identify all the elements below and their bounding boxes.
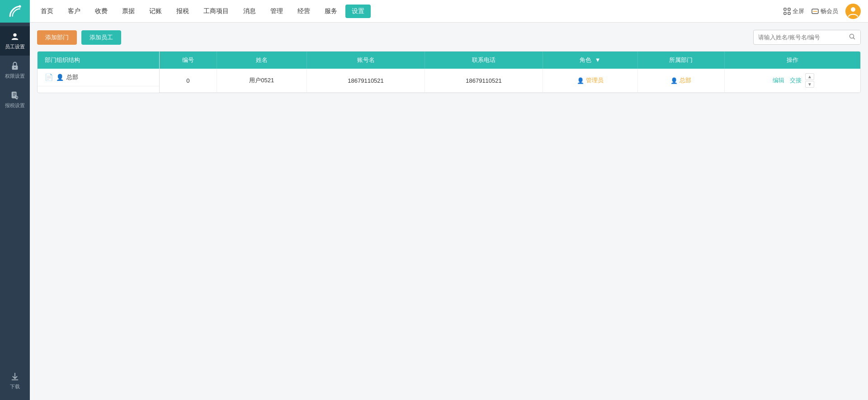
sidebar-item-employee[interactable]: 员工设置 bbox=[0, 26, 30, 56]
sidebar-item-tax[interactable]: 报税设置 bbox=[0, 85, 30, 114]
col-action: 操作 bbox=[724, 52, 860, 69]
dept-tree-item-general[interactable]: 📄 👤 总部 bbox=[38, 69, 159, 86]
col-phone: 联系电话 bbox=[425, 52, 543, 69]
employee-table: 编号 姓名 账号名 联系电话 角色 ▼ 所属部门 操作 bbox=[160, 52, 860, 93]
top-nav-right: 全屏 畅会员 bbox=[783, 4, 868, 19]
nav-item-经营[interactable]: 经营 bbox=[291, 5, 316, 18]
nav-item-报税[interactable]: 报税 bbox=[170, 5, 195, 18]
cell-id: 0 bbox=[160, 69, 217, 93]
fullscreen-button[interactable]: 全屏 bbox=[783, 7, 804, 15]
table-header-row: 编号 姓名 账号名 联系电话 角色 ▼ 所属部门 操作 bbox=[160, 52, 860, 69]
download-icon bbox=[10, 372, 20, 381]
cell-phone: 18679110521 bbox=[425, 69, 543, 93]
table-row: 0 用户0521 18679110521 18679110521 👤 管理员 👤… bbox=[160, 69, 860, 93]
sidebar: 员工设置 权限设置 报税设置 bbox=[0, 23, 30, 400]
svg-rect-12 bbox=[12, 379, 19, 380]
search-button[interactable] bbox=[844, 30, 860, 44]
cell-account: 18679110521 bbox=[307, 69, 425, 93]
col-id: 编号 bbox=[160, 52, 217, 69]
dept-user-icon: 👤 bbox=[670, 77, 678, 84]
user-avatar[interactable] bbox=[845, 4, 861, 19]
lock-icon bbox=[10, 61, 20, 71]
main-layout: 员工设置 权限设置 报税设置 bbox=[0, 23, 868, 400]
col-role: 角色 ▼ bbox=[542, 52, 637, 69]
svg-rect-4 bbox=[788, 12, 790, 14]
svg-point-7 bbox=[13, 33, 16, 37]
employee-table-area: 编号 姓名 账号名 联系电话 角色 ▼ 所属部门 操作 bbox=[160, 52, 860, 93]
scroll-up-button[interactable]: ▲ bbox=[805, 73, 814, 80]
user-dept-icon: 👤 bbox=[56, 74, 64, 81]
main-panel: 部门组织结构 📄 👤 总部 编号 姓名 账号名 联系电话 bbox=[37, 51, 861, 93]
cell-dept: 👤 总部 bbox=[637, 69, 724, 93]
dept-tree-header: 部门组织结构 bbox=[38, 52, 159, 69]
nav-item-服务[interactable]: 服务 bbox=[318, 5, 344, 18]
nav-item-首页[interactable]: 首页 bbox=[34, 5, 60, 18]
edit-action[interactable]: 编辑 bbox=[773, 76, 784, 85]
svg-rect-1 bbox=[784, 8, 786, 10]
search-input[interactable] bbox=[754, 31, 844, 43]
scroll-down-button[interactable]: ▼ bbox=[805, 81, 814, 88]
nav-item-消息[interactable]: 消息 bbox=[237, 5, 262, 18]
content-area: 添加部门 添加员工 部门组织结构 📄 bbox=[30, 23, 868, 400]
nav-item-票据[interactable]: 票据 bbox=[116, 5, 141, 18]
nav-item-设置[interactable]: 设置 bbox=[345, 5, 371, 18]
svg-point-9 bbox=[14, 67, 16, 68]
nav-item-管理[interactable]: 管理 bbox=[264, 5, 289, 18]
cell-name: 用户0521 bbox=[217, 69, 307, 93]
nav-item-收费[interactable]: 收费 bbox=[89, 5, 114, 18]
file-icon: 📄 bbox=[45, 73, 53, 81]
report-icon bbox=[10, 90, 20, 100]
svg-rect-3 bbox=[784, 12, 786, 14]
sidebar-item-permission[interactable]: 权限设置 bbox=[0, 56, 30, 85]
svg-point-0 bbox=[19, 5, 21, 7]
svg-point-6 bbox=[851, 7, 855, 12]
nav-menu: 首页客户收费票据记账报税工商项目消息管理经营服务设置 bbox=[30, 5, 783, 18]
transfer-action[interactable]: 交接 bbox=[790, 76, 802, 85]
nav-item-客户[interactable]: 客户 bbox=[61, 5, 87, 18]
action-bar: 添加部门 添加员工 bbox=[37, 30, 861, 45]
cell-role: 👤 管理员 bbox=[542, 69, 637, 93]
nav-item-记账[interactable]: 记账 bbox=[143, 5, 168, 18]
sidebar-bottom: 下载 bbox=[0, 366, 30, 400]
role-user-icon: 👤 bbox=[577, 77, 584, 84]
col-name: 姓名 bbox=[217, 52, 307, 69]
top-navbar: 首页客户收费票据记账报税工商项目消息管理经营服务设置 全屏 畅会员 bbox=[0, 0, 868, 23]
app-logo bbox=[0, 0, 30, 23]
person-icon bbox=[10, 32, 20, 42]
cell-actions: 编辑 交接 ▲ ▼ bbox=[724, 69, 860, 93]
search-icon bbox=[849, 33, 856, 40]
col-account: 账号名 bbox=[307, 52, 425, 69]
add-dept-button[interactable]: 添加部门 bbox=[37, 30, 77, 45]
add-emp-button[interactable]: 添加员工 bbox=[81, 30, 121, 45]
search-box bbox=[753, 30, 861, 45]
dept-tree: 部门组织结构 📄 👤 总部 bbox=[38, 52, 160, 93]
filter-icon[interactable]: ▼ bbox=[595, 56, 601, 63]
vip-button[interactable]: 畅会员 bbox=[811, 7, 838, 15]
col-dept: 所属部门 bbox=[637, 52, 724, 69]
sidebar-item-download[interactable]: 下载 bbox=[0, 366, 30, 395]
svg-rect-10 bbox=[12, 92, 17, 99]
svg-rect-2 bbox=[788, 8, 790, 10]
nav-item-工商项目[interactable]: 工商项目 bbox=[197, 5, 235, 18]
